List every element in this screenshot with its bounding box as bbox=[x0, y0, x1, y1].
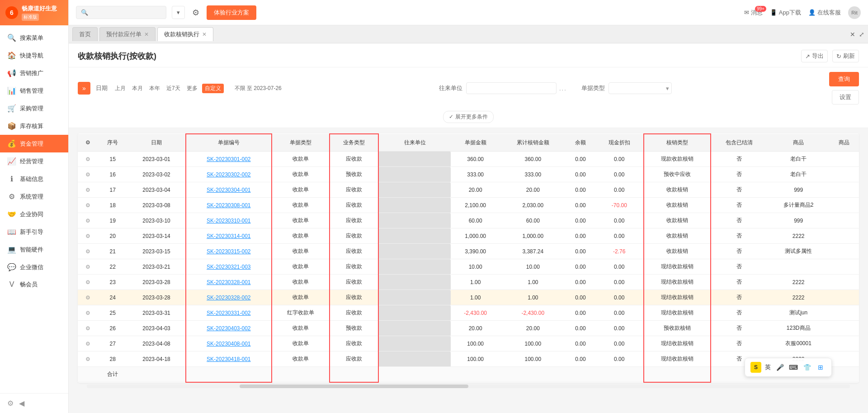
cell-10-12: 否 bbox=[711, 305, 768, 321]
sidebar-item-3[interactable]: 📊销售管理 bbox=[0, 82, 68, 100]
settings-footer-icon[interactable]: ⚙ bbox=[7, 399, 14, 408]
industry-btn[interactable]: 体验行业方案 bbox=[207, 5, 256, 20]
avatar[interactable]: Rit bbox=[848, 6, 861, 19]
footer-cell-10 bbox=[595, 367, 644, 382]
date-btn-更多[interactable]: 更多 bbox=[185, 84, 199, 93]
sidebar-item-6[interactable]: 💰资金管理 bbox=[0, 135, 68, 152]
cell-6-0[interactable]: ⚙ bbox=[78, 244, 98, 259]
cell-8-0[interactable]: ⚙ bbox=[78, 275, 98, 290]
sidebar-item-7[interactable]: 📈经营管理 bbox=[0, 152, 68, 170]
sidebar-item-1[interactable]: 🏠快捷导航 bbox=[0, 47, 68, 64]
doc-type-select[interactable] bbox=[609, 82, 672, 94]
sidebar-item-14[interactable]: V畅会员 bbox=[0, 276, 68, 293]
gear-icon[interactable]: ⚙ bbox=[190, 6, 201, 19]
cell-10-7: -2,430.00 bbox=[451, 305, 500, 321]
mic-icon[interactable]: 🎤 bbox=[774, 362, 785, 373]
cell-6-9: 0.00 bbox=[566, 244, 595, 259]
messages-btn[interactable]: ✉ 消息 99+ bbox=[744, 9, 763, 17]
service-btn[interactable]: 👤 在线客服 bbox=[808, 9, 841, 17]
date-btn-本月[interactable]: 本月 bbox=[130, 84, 145, 93]
tab-close-2[interactable]: ✕ bbox=[202, 31, 207, 38]
col-header-date: 日期 bbox=[127, 134, 186, 152]
cell-0-0[interactable]: ⚙ bbox=[78, 152, 98, 167]
cell-9-0[interactable]: ⚙ bbox=[78, 290, 98, 305]
dropdown-btn[interactable]: ▾ bbox=[172, 6, 185, 19]
doc-link[interactable]: SK-20230331-002 bbox=[207, 310, 250, 316]
date-btn-上月[interactable]: 上月 bbox=[113, 84, 127, 93]
table-row: ⚙252023-03-31SK-20230331-002红字收款单应收款-2,4… bbox=[78, 305, 859, 321]
sidebar-icon-13: 💬 bbox=[7, 263, 16, 271]
export-btn[interactable]: ↗ 导出 bbox=[801, 50, 828, 62]
doc-link[interactable]: SK-20230315-002 bbox=[207, 248, 250, 255]
sidebar-item-13[interactable]: 💬企业微信 bbox=[0, 258, 68, 276]
doc-link[interactable]: SK-20230408-001 bbox=[207, 341, 250, 347]
search-box[interactable]: 🔍 bbox=[76, 6, 166, 19]
tab-0[interactable]: 首页 bbox=[72, 27, 98, 41]
partner-input[interactable] bbox=[466, 82, 557, 94]
sidebar-item-11[interactable]: 📖新手引导 bbox=[0, 223, 68, 241]
cell-2-0[interactable]: ⚙ bbox=[78, 182, 98, 198]
doc-link[interactable]: SK-20230328-002 bbox=[207, 294, 250, 301]
cell-4-0[interactable]: ⚙ bbox=[78, 213, 98, 228]
cell-11-0[interactable]: ⚙ bbox=[78, 321, 98, 336]
date-btn-近7天[interactable]: 近7天 bbox=[165, 84, 182, 93]
sidebar-item-5[interactable]: 📦库存核算 bbox=[0, 117, 68, 135]
col-header-amount: 单据金额 bbox=[451, 134, 500, 152]
date-custom-btn[interactable]: 自定义 bbox=[202, 84, 224, 93]
cell-3-0[interactable]: ⚙ bbox=[78, 198, 98, 213]
sidebar-menu: 🔍搜索菜单🏠快捷导航📢营销推广📊销售管理🛒采购管理📦库存核算💰资金管理📈经营管理… bbox=[0, 25, 68, 393]
tab-2[interactable]: 收款核销执行✕ bbox=[157, 27, 213, 41]
scrollbar-thumb[interactable] bbox=[240, 385, 468, 388]
collapse-sidebar-icon[interactable]: ◀ bbox=[19, 399, 24, 408]
doc-link[interactable]: SK-20230308-001 bbox=[207, 202, 250, 209]
filter-expand-btn[interactable]: » bbox=[78, 82, 90, 95]
sidebar-item-9[interactable]: ⚙系统管理 bbox=[0, 188, 68, 205]
doc-link[interactable]: SK-20230321-003 bbox=[207, 264, 250, 270]
cell-10-8: -2,430.00 bbox=[500, 305, 566, 321]
cell-12-0[interactable]: ⚙ bbox=[78, 336, 98, 351]
col-header-doc_no: 单据编号 bbox=[186, 134, 272, 152]
horizontal-scrollbar[interactable] bbox=[87, 385, 850, 388]
sidebar-item-8[interactable]: ℹ基础信息 bbox=[0, 170, 68, 188]
cell-13-0[interactable]: ⚙ bbox=[78, 351, 98, 367]
sidebar-label-12: 智能硬件 bbox=[20, 246, 43, 254]
doc-link[interactable]: SK-20230314-001 bbox=[207, 233, 250, 239]
cell-1-10: 0.00 bbox=[595, 167, 644, 182]
maximize-icon[interactable]: ⤢ bbox=[859, 31, 864, 38]
doc-link[interactable]: SK-20230302-002 bbox=[207, 171, 250, 178]
sidebar-item-2[interactable]: 📢营销推广 bbox=[0, 64, 68, 82]
sidebar-icon-11: 📖 bbox=[7, 228, 16, 236]
cell-1-4: 收款单 bbox=[272, 167, 330, 182]
date-btn-本年[interactable]: 本年 bbox=[147, 84, 162, 93]
sidebar-item-0[interactable]: 🔍搜索菜单 bbox=[0, 29, 68, 47]
footer-cell-8 bbox=[500, 367, 566, 382]
sidebar-item-10[interactable]: 🤝企业协同 bbox=[0, 205, 68, 223]
expand-more-btn[interactable]: ✓ 展开更多条件 bbox=[443, 111, 493, 123]
cell-7-0[interactable]: ⚙ bbox=[78, 259, 98, 275]
cell-5-0[interactable]: ⚙ bbox=[78, 228, 98, 244]
filter-setting-btn[interactable]: 设置 bbox=[832, 90, 859, 104]
refresh-btn[interactable]: ↻ 刷新 bbox=[832, 50, 859, 62]
doc-link[interactable]: SK-20230304-001 bbox=[207, 187, 250, 193]
cell-10-4: 红字收款单 bbox=[272, 305, 330, 321]
cell-11-7: 20.00 bbox=[451, 321, 500, 336]
tab-close-1[interactable]: ✕ bbox=[144, 31, 149, 38]
shirt-icon[interactable]: 👕 bbox=[802, 362, 812, 373]
doc-link[interactable]: SK-20230403-002 bbox=[207, 325, 250, 332]
sidebar-item-4[interactable]: 🛒采购管理 bbox=[0, 100, 68, 117]
cell-10-0[interactable]: ⚙ bbox=[78, 305, 98, 321]
close-tab-icon[interactable]: ✕ bbox=[850, 31, 855, 38]
doc-link[interactable]: SK-20230310-001 bbox=[207, 218, 250, 224]
grid-icon[interactable]: ⊞ bbox=[815, 362, 826, 373]
doc-link[interactable]: SK-20230301-002 bbox=[207, 156, 250, 162]
app-download-btn[interactable]: 📱 App下载 bbox=[770, 9, 801, 17]
keyboard-icon[interactable]: ⌨ bbox=[788, 362, 799, 373]
cell-1-12: 否 bbox=[711, 167, 768, 182]
topbar-right: ✉ 消息 99+ 📱 App下载 👤 在线客服 Rit bbox=[744, 6, 861, 19]
cell-1-0[interactable]: ⚙ bbox=[78, 167, 98, 182]
tab-1[interactable]: 预付款应付单✕ bbox=[99, 27, 156, 41]
query-btn[interactable]: 查询 bbox=[829, 72, 859, 86]
doc-link[interactable]: SK-20230328-001 bbox=[207, 279, 250, 285]
sidebar-item-12[interactable]: 💻智能硬件 bbox=[0, 241, 68, 258]
doc-link[interactable]: SK-20230418-001 bbox=[207, 356, 250, 362]
